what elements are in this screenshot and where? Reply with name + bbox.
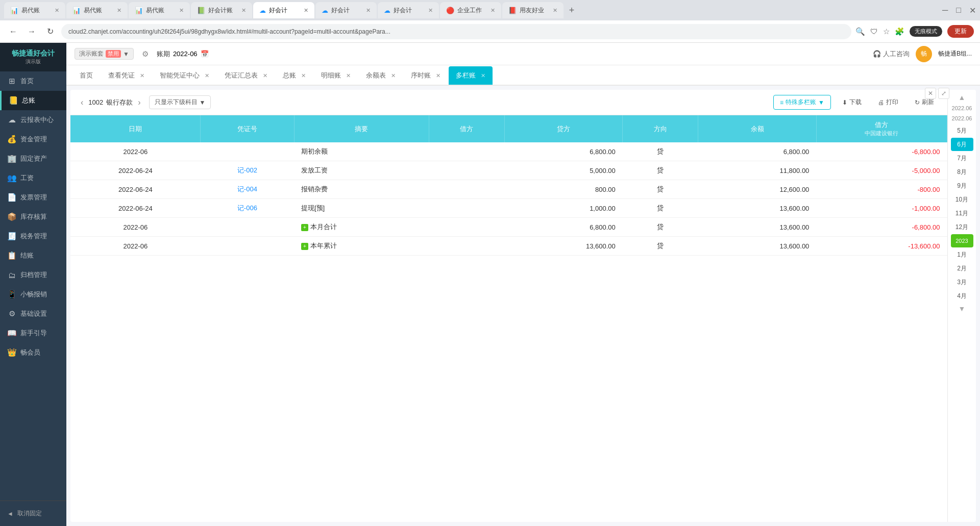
tab-close-sequence[interactable]: ✕: [436, 72, 440, 79]
calendar-month-item[interactable]: 12月: [951, 220, 973, 234]
expand-panel-button[interactable]: ⤢: [938, 88, 949, 99]
sub-filter-dropdown[interactable]: 只显示下级科目 ▼: [149, 95, 211, 109]
reload-button[interactable]: ↻: [43, 24, 57, 39]
calendar-month-item[interactable]: 8月: [951, 165, 973, 179]
tab-close-5[interactable]: ✕: [304, 7, 308, 14]
consult-button[interactable]: 🎧 人工咨询: [873, 49, 910, 59]
calendar-month-item[interactable]: 10月: [951, 193, 973, 206]
tab-smart-voucher[interactable]: 智能凭证中心 ✕: [153, 66, 216, 85]
sidebar-item-capital[interactable]: 💰 资金管理: [0, 130, 66, 149]
sidebar-label-cloud-report: 云报表中心: [20, 115, 54, 124]
extensions-icon[interactable]: 🧩: [895, 27, 904, 36]
tab-view-voucher[interactable]: 查看凭证 ✕: [101, 66, 152, 85]
sidebar-item-ledger[interactable]: 📒 总账: [0, 91, 66, 110]
sidebar-item-inventory[interactable]: 📦 库存核算: [0, 207, 66, 227]
browser-tab-9[interactable]: 📕 用友好业 ✕: [502, 2, 564, 18]
tab-close-6[interactable]: ✕: [366, 7, 371, 14]
calendar-month-item[interactable]: 7月: [951, 152, 973, 165]
no-trace-mode-button[interactable]: 无痕模式: [910, 26, 942, 37]
sidebar-item-close[interactable]: 📋 结账: [0, 246, 66, 265]
sidebar-item-invoice[interactable]: 📄 发票管理: [0, 188, 66, 207]
browser-tab-8[interactable]: 🔴 企业工作 ✕: [440, 2, 501, 18]
tab-sequence[interactable]: 序时账 ✕: [404, 66, 448, 85]
browser-tab-2[interactable]: 📊 易代账 ✕: [66, 2, 128, 18]
close-window-icon[interactable]: ✕: [969, 6, 976, 15]
tab-close-balance[interactable]: ✕: [391, 72, 396, 79]
calendar-month-item[interactable]: 1月: [951, 248, 973, 261]
cell-voucher[interactable]: 记-002: [201, 161, 294, 180]
calendar-month-item[interactable]: 9月: [951, 179, 973, 192]
forward-button[interactable]: →: [24, 24, 39, 39]
sidebar-item-settings[interactable]: ⚙ 基础设置: [0, 304, 66, 323]
new-tab-button[interactable]: +: [565, 3, 579, 17]
account-prev-button[interactable]: ‹: [79, 97, 85, 108]
calendar-month-item[interactable]: 2月: [951, 262, 973, 275]
tab-close-2[interactable]: ✕: [117, 7, 121, 14]
maximize-icon[interactable]: □: [956, 6, 961, 15]
account-next-button[interactable]: ›: [136, 97, 142, 108]
settings-gear-icon[interactable]: ⚙: [142, 49, 149, 59]
browser-tab-1[interactable]: 📊 易代账 ✕: [4, 2, 65, 18]
calendar-month-item[interactable]: 3月: [951, 275, 973, 289]
user-avatar: 畅: [916, 46, 932, 62]
tab-voucher-summary[interactable]: 凭证汇总表 ✕: [217, 66, 275, 85]
star-icon[interactable]: ☆: [883, 27, 890, 36]
calendar-month-item[interactable]: 5月: [951, 124, 973, 137]
calendar-month-item[interactable]: 6月: [951, 138, 973, 151]
calendar-month-item[interactable]: 11月: [951, 207, 973, 220]
tab-detail-ledger[interactable]: 明细账 ✕: [314, 66, 358, 85]
url-input[interactable]: cloud2.chanjet.com/accounting/uh26t264j5…: [61, 24, 851, 39]
search-icon[interactable]: 🔍: [855, 27, 865, 36]
sidebar-item-salary[interactable]: 👥 工资: [0, 168, 66, 188]
tab-close-7[interactable]: ✕: [428, 7, 433, 14]
tab-close-detail-ledger[interactable]: ✕: [346, 72, 351, 79]
tab-close-3[interactable]: ✕: [179, 7, 184, 14]
sidebar-item-guide[interactable]: 📖 新手引导: [0, 323, 66, 343]
browser-tab-6[interactable]: ☁ 好会计 ✕: [315, 2, 377, 18]
download-button[interactable]: ⬇ 下载: [837, 95, 867, 109]
browser-tab-5[interactable]: ☁ 好会计 ✕: [253, 2, 314, 18]
tab-close-voucher-summary[interactable]: ✕: [263, 72, 267, 79]
browser-tab-4[interactable]: 📗 好会计账 ✕: [191, 2, 252, 18]
multi-column-button[interactable]: ≡ 特殊多栏账 ▼: [773, 95, 831, 110]
tab-close-view-voucher[interactable]: ✕: [140, 72, 144, 79]
browser-tab-3[interactable]: 📊 易代账 ✕: [129, 2, 190, 18]
cell-voucher[interactable]: 记-004: [201, 180, 294, 199]
tab-close-multi-column[interactable]: ✕: [481, 72, 485, 79]
sidebar-item-assets[interactable]: 🏢 固定资产: [0, 149, 66, 168]
calendar-scroll-down[interactable]: ▼: [951, 303, 973, 314]
tab-general-ledger[interactable]: 总账 ✕: [276, 66, 313, 85]
ledger-table: 日期 凭证号 摘要 借方 贷方 方向 余额 借方: [70, 115, 947, 256]
calendar-icon[interactable]: 📅: [201, 50, 209, 58]
tab-home[interactable]: 首页: [72, 66, 100, 85]
chevron-down-icon[interactable]: ▼: [123, 51, 129, 58]
tab-close-8[interactable]: ✕: [491, 7, 495, 14]
close-panel-button[interactable]: ✕: [925, 88, 936, 99]
tab-close-smart-voucher[interactable]: ✕: [205, 72, 209, 79]
tab-multi-column[interactable]: 多栏账 ✕: [449, 66, 493, 85]
sidebar-item-member[interactable]: 👑 畅会员: [0, 343, 66, 362]
cell-voucher[interactable]: 记-006: [201, 199, 294, 218]
sidebar-item-archive[interactable]: 🗂 归档管理: [0, 265, 66, 285]
minimize-icon[interactable]: ─: [942, 6, 948, 15]
back-button[interactable]: ←: [6, 24, 20, 39]
calendar-scroll-up[interactable]: ▲: [951, 92, 973, 103]
print-button[interactable]: 🖨 打印: [873, 95, 903, 109]
sidebar-item-home[interactable]: ⊞ 首页: [0, 71, 66, 91]
sidebar-item-tax[interactable]: 🧾 税务管理: [0, 227, 66, 246]
capital-icon: 💰: [7, 135, 16, 144]
tab-balance[interactable]: 余额表 ✕: [359, 66, 403, 85]
tab-close-4[interactable]: ✕: [241, 7, 246, 14]
sidebar-item-cloud-report[interactable]: ☁ 云报表中心: [0, 110, 66, 130]
tab-close-9[interactable]: ✕: [553, 7, 557, 14]
calendar-month-item[interactable]: 2023: [951, 234, 973, 247]
browser-tab-7[interactable]: ☁ 好会计 ✕: [378, 2, 439, 18]
inventory-icon: 📦: [7, 212, 16, 221]
calendar-month-item[interactable]: 4月: [951, 289, 973, 303]
tab-close-1[interactable]: ✕: [55, 7, 59, 14]
update-button[interactable]: 更新: [947, 25, 974, 38]
tab-close-general-ledger[interactable]: ✕: [301, 72, 306, 79]
cell-balance: 13,600.00: [698, 199, 816, 218]
unpin-button[interactable]: ◄ 取消固定: [0, 505, 66, 522]
sidebar-item-expense[interactable]: 📱 小畅报销: [0, 285, 66, 304]
